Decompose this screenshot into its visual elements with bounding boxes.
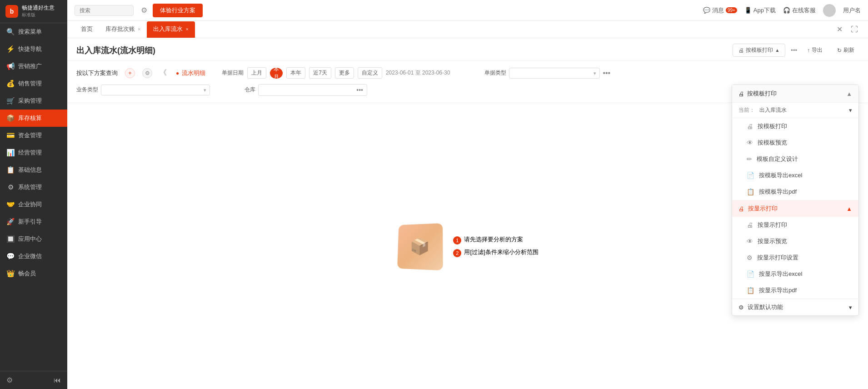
date-btn-custom[interactable]: 自定义 [358, 67, 382, 79]
date-btn-7days[interactable]: 近7天 [309, 67, 331, 79]
sidebar-item-purchase[interactable]: 🛒 采购管理 [0, 92, 67, 110]
footer-label: 设置默认功能 [748, 303, 783, 311]
tab-batch-close[interactable]: × [138, 26, 140, 32]
sidebar-item-system[interactable]: ⚙ 系统管理 [0, 179, 67, 196]
topbar-gear-icon[interactable]: ⚙ [141, 6, 147, 15]
warehouse-label: 仓库 [244, 86, 255, 94]
template-preview-icon: 👁 [747, 139, 753, 146]
warehouse-field: 仓库 ••• [244, 84, 367, 96]
sidebar-item-operations[interactable]: 📊 经营管理 [0, 144, 67, 161]
settings-icon[interactable]: ⚙ [6, 376, 13, 384]
dropdown-header: 🖨 按模板打印 ▲ [732, 85, 858, 103]
template-excel-label: 按模板导出excel [759, 171, 802, 180]
sidebar-item-basics[interactable]: 📋 基础信息 [0, 161, 67, 179]
sidebar-item-appcenter[interactable]: 🔲 应用中心 [0, 230, 67, 248]
member-icon: 👑 [6, 269, 15, 278]
voucher-type-more-icon[interactable]: ••• [603, 69, 610, 77]
industry-button[interactable]: 体验行业方案 [153, 4, 203, 17]
sidebar-item-sales[interactable]: 💰 销售管理 [0, 75, 67, 92]
user-avatar[interactable] [823, 4, 836, 17]
sidebar-item-search[interactable]: 🔍 搜索菜单 [0, 23, 67, 40]
empty-step-2: 2 用[过滤]条件来缩小分析范围 [453, 248, 538, 257]
template-print-button[interactable]: 🖨 按模板打印 ▲ [733, 44, 785, 57]
sidebar-item-finance[interactable]: 💳 资金管理 [0, 127, 67, 144]
wechat-icon: 💬 [6, 252, 15, 260]
tab-home[interactable]: 首页 [75, 21, 99, 38]
more-icon[interactable]: ••• [791, 47, 797, 54]
warehouse-more-icon: ••• [356, 86, 363, 94]
messages-badge: 99+ [726, 7, 737, 13]
dropdown-chevron-up-icon[interactable]: ▲ [846, 90, 852, 97]
template-print-icon: 🖨 [747, 123, 753, 130]
sidebar-item-cooperation-label: 企业协同 [18, 200, 42, 209]
date-btn-this-year[interactable]: 本年 [286, 67, 305, 79]
dropdown-template-excel[interactable]: 📄 按模板导出excel [732, 167, 858, 184]
dropdown-template-preview[interactable]: 👁 按模板预览 [732, 135, 858, 151]
voucher-type-select-wrap [509, 68, 600, 79]
dropdown-display-print[interactable]: 🖨 按显示打印 [732, 217, 858, 233]
current-template-name: 出入库流水 [759, 106, 787, 114]
refresh-label: 刷新 [843, 46, 854, 54]
voucher-type-select[interactable] [509, 68, 600, 79]
dropdown-current-item[interactable]: 当前： 出入库流水 ▾ [732, 103, 858, 118]
online-service-label: 在线客服 [792, 6, 816, 15]
sidebar-item-inventory[interactable]: 📦 库存核算 [0, 110, 67, 127]
dropdown-template-print[interactable]: 🖨 按模板打印 [732, 118, 858, 135]
tab-flow-label: 出入库流水 [153, 25, 183, 33]
filter-add-button[interactable]: + [125, 68, 135, 78]
online-service-item[interactable]: 🎧 在线客服 [783, 6, 816, 15]
empty-steps: 1 请先选择要分析的方案 2 用[过滤]条件来缩小分析范围 [453, 235, 538, 257]
date-btn-more[interactable]: 更多 [335, 67, 354, 79]
dropdown-print-icon: 🖨 [738, 90, 744, 97]
template-excel-icon: 📄 [747, 172, 754, 179]
dropdown-display-settings[interactable]: ⚙ 按显示打印设置 [732, 249, 858, 266]
purchase-icon: 🛒 [6, 97, 15, 105]
dropdown-footer[interactable]: ⚙ 设置默认功能 ▾ [732, 299, 858, 315]
dropdown-display-pdf[interactable]: 📋 按显示导出pdf [732, 282, 858, 299]
dropdown-display-excel[interactable]: 📄 按显示导出excel [732, 266, 858, 282]
display-section-chevron: ▲ [846, 205, 852, 212]
dropdown-header-label: 按模板打印 [747, 90, 777, 98]
step1-text: 请先选择要分析的方案 [464, 235, 523, 244]
filter-gear-button[interactable]: ⚙ [142, 68, 152, 78]
active-filter-label[interactable]: 流水明细 [182, 69, 205, 77]
search-input[interactable] [75, 5, 134, 16]
maximize-icon[interactable]: ⛶ [848, 25, 861, 35]
sidebar-item-wechat[interactable]: 💬 企业微信 [0, 248, 67, 265]
app-download-item[interactable]: 📱 App下载 [744, 6, 776, 15]
search-icon: 🔍 [6, 28, 15, 36]
tab-flow-close[interactable]: × [185, 26, 188, 32]
system-icon: ⚙ [6, 183, 15, 191]
refresh-button[interactable]: ↻ 刷新 [833, 44, 859, 56]
filter-collapse-icon[interactable]: 《 [160, 68, 167, 78]
dropdown-template-pdf[interactable]: 📋 按模板导出pdf [732, 184, 858, 200]
tab-batch-label: 库存批次账 [105, 25, 135, 33]
voucher-type-label: 单据类型 [484, 69, 506, 77]
sidebar-item-purchase-label: 采购管理 [18, 97, 42, 105]
dropdown-template-design[interactable]: ✏ 模板自定义设计 [732, 151, 858, 167]
close-tab-icon[interactable]: ✕ [834, 24, 845, 35]
sidebar-item-guide[interactable]: 🚀 新手引导 [0, 213, 67, 230]
logo-icon: b [5, 5, 18, 18]
display-preview-icon: 👁 [747, 238, 753, 245]
sidebar-item-member[interactable]: 👑 畅会员 [0, 265, 67, 282]
messages-item[interactable]: 💬 消息 99+ [703, 6, 737, 15]
sidebar-nav: 🔍 搜索菜单 ⚡ 快捷导航 📢 营销推广 💰 销售管理 🛒 采购管理 📦 库存核… [0, 23, 67, 371]
collapse-sidebar-icon[interactable]: ⏮ [54, 376, 61, 384]
sidebar-item-cooperation[interactable]: 🤝 企业协同 [0, 196, 67, 213]
tab-flow[interactable]: 出入库流水 × [147, 21, 195, 38]
date-btn-last-month[interactable]: 上月 [247, 67, 266, 79]
sidebar-item-marketing[interactable]: 📢 营销推广 [0, 58, 67, 75]
display-pdf-icon: 📋 [747, 287, 754, 294]
business-type-select[interactable] [101, 85, 210, 95]
date-section: 单据日期 上月 本月 本年 近7天 更多 自定义 2023-06-01 至 20… [222, 67, 450, 79]
tab-batch[interactable]: 库存批次账 × [99, 21, 147, 38]
dropdown-display-preview[interactable]: 👁 按显示预览 [732, 233, 858, 249]
sidebar-item-finance-label: 资金管理 [18, 131, 42, 140]
page-header: 出入库流水(流水明细) 🖨 按模板打印 ▲ ••• ↑ 导出 ↻ 刷新 🖨 [67, 38, 868, 61]
date-btn-this-month[interactable]: 本月 [270, 68, 283, 79]
warehouse-input-wrap[interactable]: ••• [258, 84, 367, 96]
export-button[interactable]: ↑ 导出 [803, 44, 827, 56]
sidebar-item-quick-nav[interactable]: ⚡ 快捷导航 [0, 40, 67, 58]
dropdown-display-section-header[interactable]: 🖨 按显示打印 ▲ [732, 200, 858, 217]
